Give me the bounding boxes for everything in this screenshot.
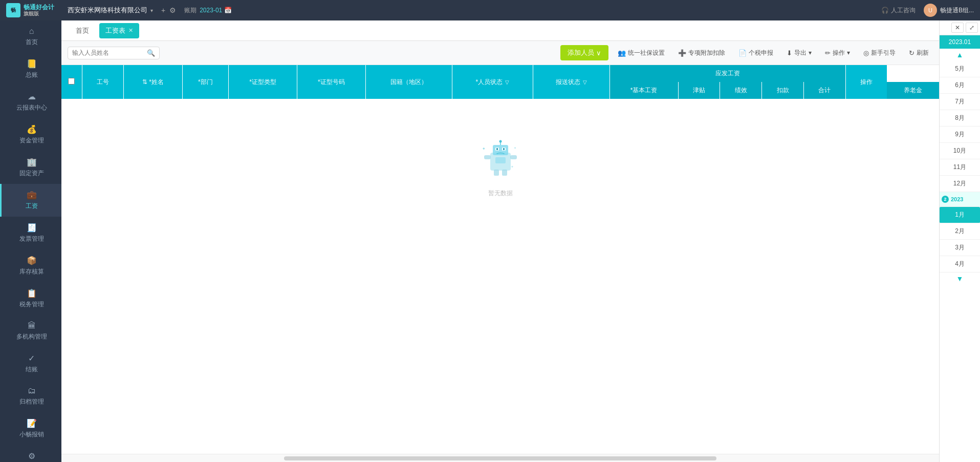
tax-report-icon: 📄 — [738, 49, 747, 57]
nation-header: 国籍（地区） — [365, 65, 452, 99]
sidebar-label-ledger: 总账 — [26, 71, 38, 79]
month-item-4[interactable]: 4月 — [940, 256, 980, 272]
month-item-7[interactable]: 7月 — [940, 94, 980, 110]
sidebar-item-ledger[interactable]: 📒 总账 — [0, 53, 61, 86]
new-guide-button[interactable]: ◎ 新手引导 — [859, 47, 900, 59]
logo-area: 畅 畅通好会计 旗舰版 — [6, 3, 68, 17]
tab-salary-table[interactable]: 工资表 ✕ — [99, 23, 139, 38]
tax-report-button[interactable]: 📄 个税申报 — [734, 47, 777, 59]
add-person-button[interactable]: 添加人员 ∨ — [560, 45, 608, 60]
expand-panel-button[interactable]: ⤢ — [966, 23, 978, 33]
social-security-button[interactable]: 👥 统一社保设置 — [614, 47, 669, 59]
month-item-3[interactable]: 3月 — [940, 240, 980, 256]
company-selector[interactable]: 西安虾米网络科技有限公司 ▾ — [68, 6, 153, 15]
top-right: 🎧 人工咨询 U 畅捷通B组... — [881, 4, 974, 17]
add-company-button[interactable]: + — [161, 6, 165, 14]
sidebar-item-archive[interactable]: 🗂 归档管理 — [0, 380, 61, 412]
sidebar-label-invoice: 发票管理 — [19, 235, 44, 243]
month-item-6[interactable]: 6月 — [940, 77, 980, 94]
sidebar-item-home[interactable]: ⌂ 首页 — [0, 20, 61, 53]
month-item-12[interactable]: 12月 — [940, 176, 980, 192]
month-item-10[interactable]: 10月 — [940, 143, 980, 159]
svg-text:✦: ✦ — [482, 146, 486, 151]
sidebar-item-fixed-assets[interactable]: 🏢 固定资产 — [0, 151, 61, 184]
month-item-8[interactable]: 8月 — [940, 110, 980, 127]
empty-robot-icon: ✦ ✦ ✦ — [480, 140, 521, 181]
panel-header: 2023.01 — [940, 35, 980, 49]
svg-point-3 — [499, 140, 502, 143]
person-status-filter-icon[interactable]: ▽ — [505, 79, 509, 85]
checkbox-header[interactable] — [61, 65, 82, 99]
report-status-header: 报送状态 ▽ — [533, 65, 610, 99]
sidebar-item-settlement[interactable]: ✓ 结账 — [0, 347, 61, 380]
month-item-9[interactable]: 9月 — [940, 127, 980, 143]
sidebar-item-invoice[interactable]: 🧾 发票管理 — [0, 217, 61, 249]
year-badge-2023: 2 — [942, 196, 949, 203]
export-button[interactable]: ⬇ 导出 ▾ — [782, 47, 816, 59]
month-item-1-active[interactable]: 1月 — [940, 207, 980, 223]
period-label: 账期 — [184, 6, 197, 15]
settings-icon: ⚙ — [28, 451, 35, 461]
empty-text: 暂无数据 — [488, 189, 513, 198]
search-icon[interactable]: 🔍 — [147, 49, 155, 57]
bottom-scrollbar-area — [61, 454, 939, 462]
month-item-11[interactable]: 11月 — [940, 159, 980, 176]
sidebar-item-cloud-report[interactable]: ☁ 云报表中心 — [0, 86, 61, 118]
month-item-2[interactable]: 2月 — [940, 223, 980, 240]
report-status-filter-icon[interactable]: ▽ — [583, 79, 587, 85]
fund-icon: 💰 — [27, 124, 37, 134]
support-button[interactable]: 🎧 人工咨询 — [881, 6, 916, 15]
empty-state: ✦ ✦ ✦ 暂无数据 — [61, 99, 939, 239]
operate-button[interactable]: ✏ 操作 ▾ — [821, 47, 854, 59]
sidebar-item-fund[interactable]: 💰 资金管理 — [0, 118, 61, 151]
select-all-checkbox[interactable] — [68, 78, 75, 85]
operate-arrow-icon: ▾ — [847, 49, 850, 56]
pension-header: 养老金 — [887, 82, 939, 99]
app-edition: 旗舰版 — [24, 11, 54, 17]
prev-year-button[interactable]: ▲ — [940, 49, 980, 61]
sidebar-label-multi-org: 多机构管理 — [16, 332, 47, 341]
search-wrap: 🔍 — [68, 47, 160, 59]
refresh-icon: ↻ — [909, 49, 914, 57]
tab-home[interactable]: 首页 — [68, 23, 97, 38]
cloud-icon: ☁ — [28, 92, 36, 101]
svg-rect-9 — [510, 155, 517, 159]
sidebar-item-multi-org[interactable]: 🏛 多机构管理 — [0, 315, 61, 347]
empty-row: ✦ ✦ ✦ 暂无数据 — [61, 99, 939, 239]
tab-close-icon[interactable]: ✕ — [128, 27, 133, 34]
dept-header: *部门 — [182, 65, 228, 99]
chevron-down-icon: ▾ — [150, 8, 153, 13]
user-info[interactable]: U 畅捷通B组... — [924, 4, 974, 17]
next-year-button[interactable]: ▼ — [940, 272, 980, 285]
sidebar-item-inventory[interactable]: 📦 库存核算 — [0, 249, 61, 282]
settings-button[interactable]: ⚙ — [169, 6, 176, 14]
svg-rect-1 — [493, 145, 508, 155]
period-value[interactable]: 2023-01 — [200, 7, 222, 14]
year-2023-label: 2 2023 — [940, 192, 980, 207]
sidebar-item-expense[interactable]: 📝 小畅报销 — [0, 412, 61, 445]
avatar: U — [924, 4, 937, 17]
toolbar-right: 添加人员 ∨ 👥 统一社保设置 ➕ 专项附加扣除 📄 个税申报 — [560, 45, 933, 60]
month-item-5[interactable]: 5月 — [940, 61, 980, 77]
content-area: 首页 工资表 ✕ 🔍 添加人员 ∨ 👥 — [61, 20, 939, 462]
panel-controls: ✕ ⤢ — [940, 20, 980, 35]
settlement-icon: ✓ — [28, 353, 35, 363]
sidebar: ⌂ 首页 📒 总账 ☁ 云报表中心 💰 资金管理 🏢 固定资产 💼 工资 🧾 发… — [0, 20, 61, 462]
close-panel-button[interactable]: ✕ — [951, 23, 964, 33]
svg-rect-11 — [502, 170, 507, 176]
sidebar-item-salary[interactable]: 💼 工资 — [0, 184, 61, 217]
invoice-icon: 🧾 — [27, 223, 37, 233]
calendar-icon[interactable]: 📅 — [224, 7, 232, 14]
horizontal-scrollbar[interactable] — [284, 456, 717, 460]
month-panel: ✕ ⤢ 2023.01 ▲ 5月 6月 7月 8月 9月 10月 11月 12月… — [939, 20, 980, 462]
tax-icon: 📋 — [27, 288, 37, 298]
sidebar-item-settings[interactable]: ⚙ 基础设置 — [0, 445, 61, 462]
app-logo: 畅 — [6, 3, 20, 17]
deduction-button[interactable]: ➕ 专项附加扣除 — [674, 47, 729, 59]
svg-rect-12 — [495, 157, 506, 163]
sidebar-label-cloud-report: 云报表中心 — [16, 103, 47, 112]
total-header: 合计 — [803, 82, 845, 99]
refresh-button[interactable]: ↻ 刷新 — [905, 47, 933, 59]
sidebar-item-tax[interactable]: 📋 税务管理 — [0, 282, 61, 315]
search-input[interactable] — [72, 49, 144, 56]
